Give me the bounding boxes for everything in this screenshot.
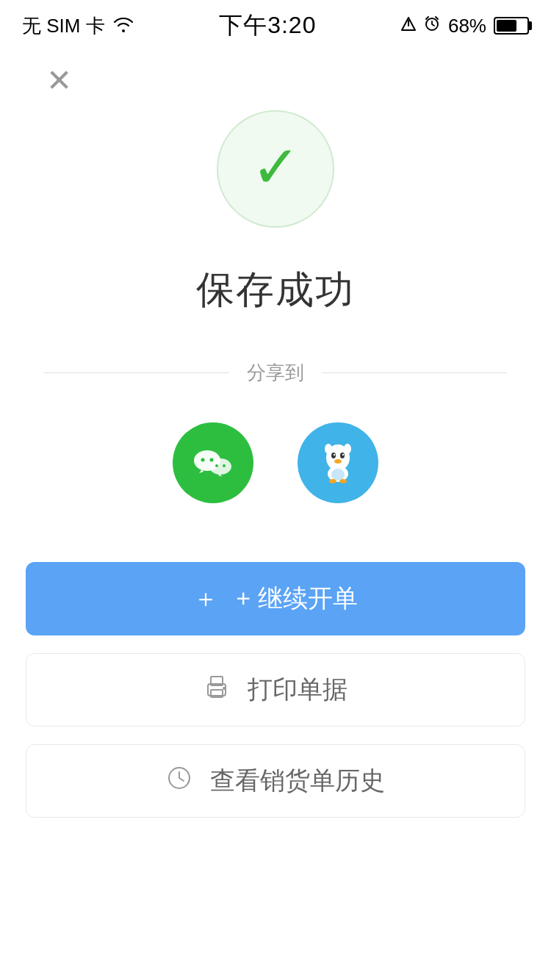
divider-line-right bbox=[322, 372, 507, 373]
battery-icon bbox=[494, 17, 529, 35]
status-right: 68% bbox=[401, 15, 529, 37]
continue-icon: ＋ bbox=[193, 582, 218, 616]
svg-point-15 bbox=[331, 469, 345, 480]
history-label: 查看销货单历史 bbox=[210, 764, 385, 798]
carrier-label: 无 SIM 卡 bbox=[22, 13, 105, 39]
status-bar: 无 SIM 卡 下午3:20 68% bbox=[0, 0, 551, 51]
svg-point-16 bbox=[329, 479, 336, 483]
continue-button[interactable]: ＋ + 继续开单 bbox=[26, 562, 525, 635]
svg-point-12 bbox=[342, 454, 344, 455]
main-content: ✓ 保存成功 分享到 bbox=[0, 51, 551, 818]
wechat-share-button[interactable] bbox=[173, 422, 253, 503]
history-button[interactable]: 查看销货单历史 bbox=[26, 744, 525, 818]
close-icon: ✕ bbox=[46, 65, 72, 96]
svg-point-11 bbox=[334, 454, 335, 455]
alarm-icon bbox=[423, 15, 441, 37]
success-circle: ✓ bbox=[217, 110, 334, 228]
svg-point-6 bbox=[215, 464, 218, 467]
svg-point-23 bbox=[223, 687, 226, 690]
divider-section: 分享到 bbox=[0, 360, 551, 386]
close-button[interactable]: ✕ bbox=[37, 59, 81, 103]
wifi-icon bbox=[112, 15, 134, 37]
qq-icon bbox=[312, 437, 364, 489]
svg-point-17 bbox=[339, 479, 347, 483]
print-button[interactable]: 打印单据 bbox=[26, 653, 525, 727]
svg-point-13 bbox=[334, 459, 342, 464]
svg-point-10 bbox=[340, 453, 345, 458]
checkmark-icon: ✓ bbox=[251, 138, 300, 197]
wechat-icon bbox=[187, 437, 239, 489]
svg-point-19 bbox=[344, 444, 351, 454]
location-icon bbox=[401, 15, 416, 37]
continue-label: + 继续开单 bbox=[236, 582, 357, 616]
svg-point-5 bbox=[210, 458, 214, 462]
print-icon bbox=[204, 674, 230, 706]
svg-point-7 bbox=[223, 464, 226, 467]
share-icons bbox=[173, 422, 378, 503]
status-left: 无 SIM 卡 bbox=[22, 13, 134, 39]
action-buttons: ＋ + 继续开单 打印单据 查看销货单历 bbox=[26, 562, 525, 818]
history-icon bbox=[166, 765, 192, 797]
qq-share-button[interactable] bbox=[298, 422, 378, 503]
share-label: 分享到 bbox=[229, 360, 322, 386]
svg-point-9 bbox=[331, 453, 336, 458]
status-time: 下午3:20 bbox=[219, 10, 316, 42]
success-title: 保存成功 bbox=[196, 264, 355, 316]
divider-line-left bbox=[44, 372, 229, 373]
print-label: 打印单据 bbox=[248, 673, 347, 707]
battery-percent: 68% bbox=[448, 15, 486, 37]
svg-point-4 bbox=[201, 458, 205, 462]
svg-point-18 bbox=[325, 444, 332, 454]
